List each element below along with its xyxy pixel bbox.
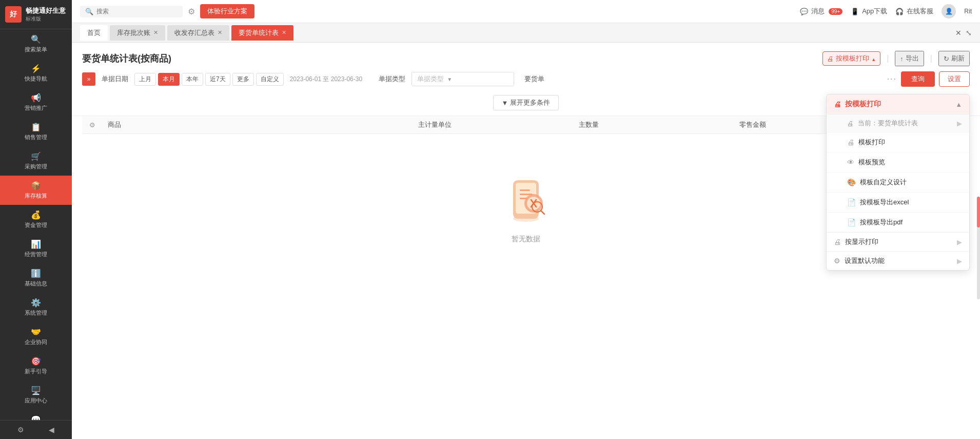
printer-icon: 🖨 <box>827 55 834 63</box>
date-btn-4[interactable]: 更多 <box>232 73 254 86</box>
close-tab-icon[interactable]: ✕ <box>955 29 962 37</box>
sidebar-item-finance[interactable]: 💰资金管理 <box>0 205 72 234</box>
export-button[interactable]: ↑ 导出 <box>895 51 924 66</box>
sidebar-item-enterprise[interactable]: 🤝企业协同 <box>0 322 72 351</box>
page-actions: 🖨 按模板打印 | ↑ 导出 | ↻ 刷新 <box>822 51 970 66</box>
print-chevron-up-icon <box>871 55 876 63</box>
expand-more-button[interactable]: ▼ 展开更多条件 <box>493 95 559 110</box>
sidebar-item-basic[interactable]: ℹ️基础信息 <box>0 263 72 293</box>
apps-icon: 🖥️ <box>31 386 41 395</box>
sidebar-bottom: ⚙ ◀ <box>0 420 72 439</box>
operations-icon: 📊 <box>31 239 41 249</box>
settings-icon[interactable]: ⚙ <box>17 426 24 434</box>
refresh-button[interactable]: ↻ 刷新 <box>938 51 970 66</box>
messages-icon: 💬 <box>800 8 808 15</box>
sidebar-item-operations[interactable]: 📊经营管理 <box>0 234 72 263</box>
display-print-arrow-icon: ▶ <box>957 238 962 246</box>
refresh-icon: ↻ <box>944 55 949 63</box>
app-download-group[interactable]: 📱 App下载 <box>851 7 887 16</box>
template-pdf-icon: 📄 <box>847 218 856 226</box>
sound-icon[interactable]: ◀ <box>49 426 54 434</box>
content-area: 要货单统计表(按商品) 🖨 按模板打印 | ↑ 导出 | ↻ 刷新 <box>72 43 980 439</box>
sidebar-item-search[interactable]: 🔍搜索菜单 <box>0 29 72 59</box>
tab-inventory-batch[interactable]: 库存批次账✕ <box>110 25 165 41</box>
marketing-icon: 📢 <box>31 93 41 103</box>
top-bar: 🔍 ⚙ 体验行业方案 💬 消息 99+ 📱 App下载 🎧 在线客服 👤 Rit <box>72 0 980 23</box>
tabs-controls: ✕ ⤡ <box>955 29 972 37</box>
tabs-bar: 首页库存批次账✕收发存汇总表✕要货单统计表✕ ✕ ⤡ <box>72 23 980 43</box>
default-func-icon: ⚙ <box>834 257 840 265</box>
template-preview-icon: 👁 <box>847 158 854 166</box>
dropdown-item-template-pdf[interactable]: 📄按模板导出pdf <box>827 212 969 232</box>
finance-icon: 💰 <box>31 210 41 220</box>
date-btn-1[interactable]: 本月 <box>158 73 180 86</box>
online-service-group[interactable]: 🎧 在线客服 <box>895 7 933 16</box>
dropdown-current-item: 🖨 当前：要货单统计表 ▶ <box>827 114 969 132</box>
sidebar-item-shortcut[interactable]: ⚡快捷导航 <box>0 59 72 88</box>
tab-receipt-summary[interactable]: 收发存汇总表✕ <box>167 25 229 41</box>
search-box[interactable]: 🔍 <box>80 6 183 17</box>
printer-dropdown-icon: 🖨 <box>834 100 841 108</box>
dropdown-section-default-func[interactable]: ⚙设置默认功能▶ <box>827 251 969 270</box>
type-select-value: 单据类型 <box>417 74 444 84</box>
inventory-icon: 📦 <box>31 181 41 190</box>
sidebar-item-guide[interactable]: 🎯新手引导 <box>0 351 72 380</box>
tab-close-inventory-batch-icon[interactable]: ✕ <box>153 29 158 36</box>
date-btn-3[interactable]: 近7天 <box>205 73 230 86</box>
sidebar-item-purchase[interactable]: 🛒采购管理 <box>0 146 72 176</box>
order-label: 要货单 <box>524 74 544 84</box>
date-btn-5[interactable]: 自定义 <box>256 73 284 86</box>
tab-order-stats[interactable]: 要货单统计表✕ <box>231 25 293 41</box>
dropdown-header[interactable]: 🖨 按模板打印 ▲ <box>827 94 969 114</box>
sidebar-item-sales[interactable]: 📋销售管理 <box>0 117 72 146</box>
dropdown-item-template-design[interactable]: 🎨模板自定义设计 <box>827 172 969 192</box>
date-btn-2[interactable]: 本年 <box>182 73 203 86</box>
date-buttons: 上月本月本年近7天更多自定义 <box>134 73 284 86</box>
tab-close-receipt-summary-icon[interactable]: ✕ <box>218 29 222 36</box>
app-logo: 好 畅捷通好生意 标准版 <box>0 0 72 29</box>
default-func-arrow-icon: ▶ <box>957 257 962 265</box>
tab-home[interactable]: 首页 <box>80 25 108 41</box>
headset-icon: 🎧 <box>895 8 904 15</box>
print-button[interactable]: 🖨 按模板打印 <box>822 51 880 66</box>
expand-tab-icon[interactable]: ⤡ <box>966 29 972 37</box>
col-unit-header: 主计量单位 <box>413 120 574 129</box>
more-actions-icon[interactable]: ··· <box>887 74 897 84</box>
sidebar-item-inventory[interactable]: 📦库存核算 <box>0 176 72 205</box>
sidebar-item-system[interactable]: ⚙️系统管理 <box>0 293 72 322</box>
sidebar-item-marketing[interactable]: 📢营销推广 <box>0 88 72 117</box>
messages-group[interactable]: 💬 消息 99+ <box>800 7 842 16</box>
dropdown-item-template-print[interactable]: 🖨模板打印 <box>827 132 969 152</box>
logo-icon: 好 <box>5 6 22 23</box>
filter-expand-icon[interactable]: » <box>82 72 95 86</box>
page-title: 要货单统计表(按商品) <box>82 52 171 65</box>
search-input[interactable] <box>96 8 178 15</box>
type-select[interactable]: 单据类型 ▼ <box>411 72 514 86</box>
dropdown-item-template-preview[interactable]: 👁模板预览 <box>827 152 969 172</box>
right-scrollbar[interactable] <box>977 197 980 299</box>
industry-solution-button[interactable]: 体验行业方案 <box>200 4 254 18</box>
settings-button[interactable]: 设置 <box>939 71 970 87</box>
right-scrollbar-thumb <box>977 197 980 227</box>
template-excel-icon: 📄 <box>847 198 856 206</box>
logo-text: 畅捷通好生意 标准版 <box>26 7 66 22</box>
sales-icon: 📋 <box>31 122 41 132</box>
col-qty-header: 主数量 <box>574 120 734 129</box>
app-download-icon: 📱 <box>851 8 859 15</box>
sidebar-item-wechat[interactable]: 💬企业微信 <box>0 410 72 420</box>
date-btn-0[interactable]: 上月 <box>134 73 156 86</box>
gear-icon[interactable]: ⚙ <box>188 7 195 16</box>
current-icon: 🖨 <box>847 120 854 127</box>
col-product-header: 商品 <box>103 120 413 129</box>
query-button[interactable]: 查询 <box>901 71 935 87</box>
empty-text: 暂无数据 <box>512 235 540 244</box>
dropdown-section-display-print[interactable]: 🖨按显示打印▶ <box>827 232 969 251</box>
dropdown-item-template-excel[interactable]: 📄按模板导出excel <box>827 192 969 212</box>
sidebar-item-apps[interactable]: 🖥️应用中心 <box>0 380 72 410</box>
tab-close-order-stats-icon[interactable]: ✕ <box>282 29 286 36</box>
empty-icon <box>500 175 552 226</box>
search-icon: 🔍 <box>31 34 41 44</box>
col-settings-icon[interactable]: ⚙ <box>82 121 103 129</box>
search-icon: 🔍 <box>85 8 93 15</box>
avatar: 👤 <box>942 4 956 18</box>
